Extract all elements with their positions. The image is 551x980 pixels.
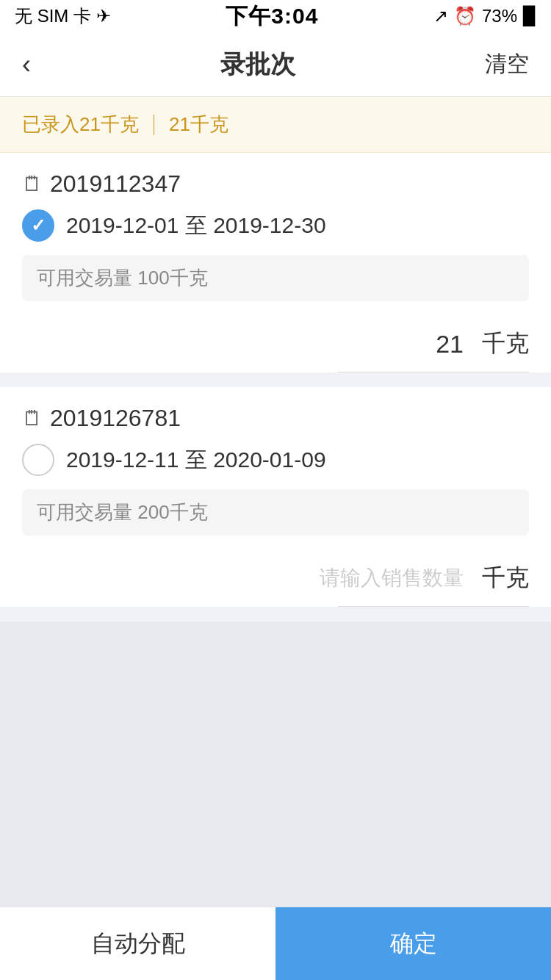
clear-button[interactable]: 清空 xyxy=(485,49,529,79)
sim-text: 无 SIM 卡 ✈ xyxy=(15,4,111,28)
battery-icon: ▉ xyxy=(523,6,536,26)
batch-date-1: 2019-12-01 至 2019-12-30 xyxy=(66,211,326,241)
batch-card-2: 🗒 2019126781 2019-12-11 至 2020-01-09 可用交… xyxy=(0,387,551,607)
batch-header-1: 🗒 2019112347 xyxy=(0,153,551,205)
batch-available-1: 可用交易量 100千克 xyxy=(37,267,208,289)
batch-date-row-2[interactable]: 2019-12-11 至 2020-01-09 xyxy=(0,439,551,483)
info-bar: 已录入21千克 21千克 xyxy=(0,97,551,153)
batch-id-1: 2019112347 xyxy=(50,170,181,198)
radio-1[interactable] xyxy=(22,209,54,242)
batch-card-1: 🗒 2019112347 2019-12-01 至 2019-12-30 可用交… xyxy=(0,153,551,372)
page-title: 录批次 xyxy=(220,48,295,82)
nav-bar: ‹ 录批次 清空 xyxy=(0,32,551,97)
location-icon: ↗ xyxy=(433,6,448,26)
battery-text: 73% xyxy=(482,6,517,26)
unit-2: 千克 xyxy=(482,562,529,594)
batch-id-2: 2019126781 xyxy=(50,405,181,432)
batch-date-2: 2019-12-11 至 2020-01-09 xyxy=(66,445,326,475)
input-underline-2 xyxy=(338,606,529,607)
input-underline-1 xyxy=(338,372,529,372)
status-time: 下午3:04 xyxy=(226,1,318,32)
batch-available-2: 可用交易量 200千克 xyxy=(37,501,208,523)
status-bar: 无 SIM 卡 ✈ 下午3:04 ↗ ⏰ 73% ▉ xyxy=(0,0,551,32)
bottom-bar: 自动分配 确定 xyxy=(0,907,551,980)
alarm-icon: ⏰ xyxy=(454,6,476,26)
batch-quantity-row-2: 可用交易量 200千克 xyxy=(22,489,529,536)
batch-header-2: 🗒 2019126781 xyxy=(0,387,551,439)
status-right: ↗ ⏰ 73% ▉ xyxy=(433,6,536,26)
radio-2[interactable] xyxy=(22,444,54,476)
quantity-input-2[interactable] xyxy=(284,566,475,590)
info-divider xyxy=(154,115,154,135)
confirm-button[interactable]: 确定 xyxy=(276,907,551,980)
batch-quantity-row-1: 可用交易量 100千克 xyxy=(22,255,529,301)
status-left: 无 SIM 卡 ✈ xyxy=(15,4,111,28)
auto-distribute-button[interactable]: 自动分配 xyxy=(0,907,276,980)
quantity-row-1: 千克 xyxy=(0,316,551,372)
batch-date-row-1[interactable]: 2019-12-01 至 2019-12-30 xyxy=(0,205,551,249)
recorded-value: 21千克 xyxy=(169,112,228,137)
batch-icon-1: 🗒 xyxy=(22,172,43,196)
quantity-input-1[interactable] xyxy=(328,330,475,359)
empty-area xyxy=(0,621,551,945)
unit-1: 千克 xyxy=(482,328,529,360)
batch-icon-2: 🗒 xyxy=(22,406,43,430)
quantity-row-2: 千克 xyxy=(0,550,551,606)
recorded-label: 已录入21千克 xyxy=(22,112,139,137)
back-button[interactable]: ‹ xyxy=(22,49,31,80)
